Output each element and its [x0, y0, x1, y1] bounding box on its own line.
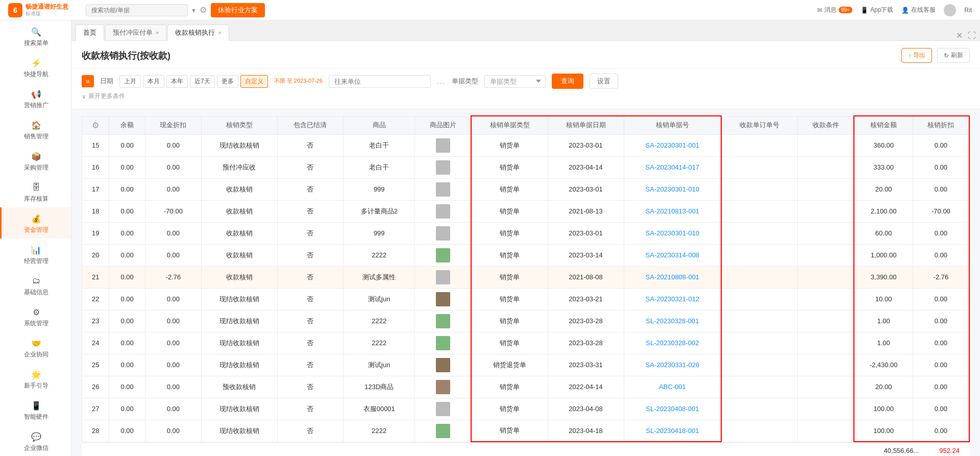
cell-7-13: 0.00	[913, 288, 969, 310]
bill-no-link-5[interactable]: SA-20230314-008	[646, 251, 700, 259]
cell-12-4: 否	[277, 398, 343, 420]
cell-9-10	[721, 332, 798, 354]
sidebar-item-sales[interactable]: 🏠 销售管理	[0, 114, 71, 145]
refresh-label: 刷新	[951, 51, 963, 60]
sidebar-item-quick-nav[interactable]: ⚡ 快捷导航	[0, 52, 71, 83]
cell-2-9: SA-20230301-010	[624, 178, 721, 200]
top-search-input[interactable]	[86, 4, 188, 16]
sidebar-item-corp[interactable]: 🤝 企业协同	[0, 332, 71, 363]
bill-type-select[interactable]: 单据类型	[484, 75, 546, 88]
cell-2-5: 999	[344, 178, 415, 200]
sidebar-item-basic[interactable]: 🗂 基础信息	[0, 270, 71, 301]
dropdown-icon: ▾	[192, 6, 195, 14]
table-gear-icon[interactable]: ⚙	[92, 121, 99, 130]
cell-4-4: 否	[277, 222, 343, 244]
bill-no-link-10[interactable]: SA-20230331-026	[646, 361, 700, 369]
user-avatar[interactable]	[944, 4, 956, 16]
tab-writeoff[interactable]: 收款核销执行 ×	[167, 25, 229, 41]
tab1-close-icon[interactable]: ×	[156, 30, 159, 36]
cell-9-1: 0.00	[109, 332, 145, 354]
sidebar-item-finance[interactable]: 💰 资金管理	[0, 207, 71, 238]
source-unit-input[interactable]	[329, 75, 431, 88]
sidebar-item-system[interactable]: ⚙ 系统管理	[0, 301, 71, 332]
cell-0-12: 360.00	[854, 134, 913, 156]
cell-12-0: 27	[82, 398, 109, 420]
btn-this-year[interactable]: 本年	[166, 75, 188, 88]
bill-no-link-11[interactable]: ABC-001	[659, 383, 686, 391]
col-header-4: 包含已结清	[277, 116, 343, 134]
cell-9-13: 0.00	[913, 332, 969, 354]
setting-btn[interactable]: 设置	[590, 74, 618, 89]
cell-10-11	[798, 354, 854, 376]
sidebar-item-operation[interactable]: 📊 经营管理	[0, 238, 71, 270]
window-close-icon[interactable]: ✕	[956, 31, 963, 40]
bill-no-link-3[interactable]: SA-20210813-001	[646, 207, 700, 215]
cell-5-7: 销货单	[471, 244, 548, 266]
bill-no-link-8[interactable]: SL-20230328-001	[646, 317, 699, 325]
cell-12-13: 0.00	[913, 398, 969, 420]
col-header-12: 核销金额	[854, 116, 913, 134]
tab2-close-icon[interactable]: ×	[218, 30, 221, 36]
export-btn[interactable]: ↑ 导出	[901, 48, 932, 63]
bill-no-link-13[interactable]: SL-20230418-001	[646, 427, 699, 435]
expand-more-row[interactable]: ∨ 展开更多条件	[82, 89, 970, 104]
btn-last-month[interactable]: 上月	[119, 75, 141, 88]
product-image-7	[436, 292, 450, 306]
online-service-btn[interactable]: 👤 在线客服	[901, 6, 936, 14]
sidebar-item-wechat[interactable]: 💬 企业微信	[0, 425, 71, 456]
bill-no-link-7[interactable]: SA-20230321-012	[646, 295, 700, 303]
cell-8-13: 0.00	[913, 310, 969, 332]
cell-3-6	[415, 200, 472, 222]
cell-13-12: 100.00	[854, 420, 913, 442]
sidebar-item-purchase[interactable]: 📦 采购管理	[0, 145, 71, 176]
cell-1-1: 0.00	[109, 156, 145, 178]
filter-expand-btn[interactable]: »	[82, 75, 94, 87]
message-btn[interactable]: ✉ 消息 99+	[817, 6, 852, 14]
refresh-btn[interactable]: ↻ 刷新	[937, 48, 970, 63]
bill-no-link-4[interactable]: SA-20230301-010	[646, 229, 700, 237]
cell-3-1: 0.00	[109, 200, 145, 222]
tab-home[interactable]: 首页	[76, 25, 104, 41]
app-download-btn[interactable]: 📱 App下载	[861, 6, 893, 14]
cell-11-6	[415, 376, 472, 398]
cell-2-13: 0.00	[913, 178, 969, 200]
product-image-10	[436, 358, 450, 372]
col-header-6: 商品图片	[415, 116, 472, 134]
cell-10-1: 0.00	[109, 354, 145, 376]
sidebar-item-hardware[interactable]: 📱 智能硬件	[0, 394, 71, 425]
query-btn[interactable]: 查询	[552, 74, 583, 89]
cell-13-6	[415, 420, 472, 442]
cell-6-2: -2.76	[145, 266, 202, 288]
data-table: ⚙余额现金折扣核销类型包含已结清商品商品图片核销单据类型核销单据日期核销单据号收…	[82, 115, 970, 442]
btn-more[interactable]: 更多	[217, 75, 238, 88]
bill-no-link-0[interactable]: SA-20230301-001	[646, 141, 700, 149]
cell-13-5: 2222	[344, 420, 415, 442]
window-expand-icon[interactable]: ⛶	[968, 31, 976, 40]
sidebar-item-inventory[interactable]: 🗄 库存核算	[0, 176, 71, 207]
cell-1-12: 333.00	[854, 156, 913, 178]
bill-no-link-9[interactable]: SL-20230328-002	[646, 339, 699, 347]
btn-custom[interactable]: 自定义	[240, 75, 268, 88]
product-image-5	[436, 248, 450, 262]
cell-10-7: 销货退货单	[471, 354, 548, 376]
online-service-label: 在线客服	[911, 6, 936, 14]
btn-last7[interactable]: 近7天	[190, 75, 215, 88]
cell-7-2: 0.00	[145, 288, 202, 310]
sidebar-item-marketing[interactable]: 📢 营销推广	[0, 83, 71, 114]
bill-no-link-6[interactable]: SA-20210808-001	[646, 273, 700, 281]
bill-type-label: 单据类型	[452, 77, 478, 86]
bill-no-link-1[interactable]: SA-20230414-017	[646, 163, 700, 171]
cell-3-9: SA-20210813-001	[624, 200, 721, 222]
sidebar-item-search[interactable]: 🔍 搜索菜单	[0, 20, 71, 52]
btn-this-month[interactable]: 本月	[143, 75, 164, 88]
cell-7-0: 22	[82, 288, 109, 310]
cell-9-12: 1.00	[854, 332, 913, 354]
cell-2-12: 20.00	[854, 178, 913, 200]
sidebar-item-guide[interactable]: 🌟 新手引导	[0, 363, 71, 394]
tab-prepay[interactable]: 预付冲应付单 ×	[105, 25, 166, 40]
bill-no-link-12[interactable]: SL-20230408-001	[646, 405, 699, 413]
bill-no-link-2[interactable]: SA-20230301-010	[646, 185, 700, 193]
product-image-9	[436, 336, 450, 350]
settings-icon[interactable]: ⚙	[200, 5, 207, 15]
industry-btn[interactable]: 休验行业方案	[211, 3, 265, 17]
